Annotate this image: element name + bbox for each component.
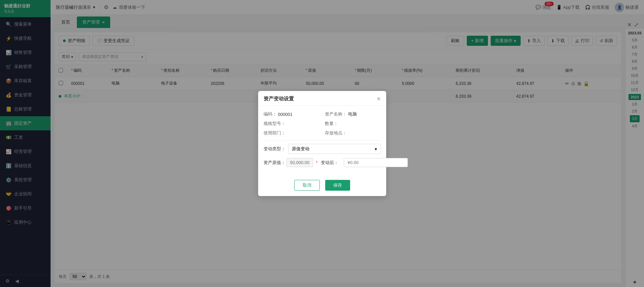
modal-original-value-label: 资产原值： [264,160,284,166]
modal-name-field: 资产名称： 电脑 [325,111,381,117]
modal-code-field: 编码： 000001 [264,111,319,117]
modal-location-label: 存放地点： [325,130,347,136]
modal-spec-field: 规格型号： [264,121,319,127]
cancel-button[interactable]: 取消 [294,180,320,191]
modal-original-value-display: 50,000.00 [286,158,313,167]
modal-title: 资产变动设置 [264,96,294,102]
modal-department-field: 使用部门： [264,130,319,136]
modal-select-dropdown-icon: ▾ [375,147,377,152]
modal-close-btn[interactable]: ✕ [376,96,381,102]
modal-change-type-value: 原值变动 [292,146,373,152]
modal-original-value-field: 资产原值： 50,000.00 * 变动后： [264,158,381,167]
modal-quantity-label: 数量： [325,121,338,127]
modal-divider [264,140,381,140]
modal-after-change-input[interactable] [344,158,408,167]
modal-quantity-field: 数量： [325,121,381,127]
modal-overlay: 资产变动设置 ✕ 编码： 000001 资产名称： 电脑 规格型号： 数量： [0,0,644,287]
modal-required-star: * [316,160,317,165]
modal-name-value: 电脑 [348,111,357,117]
modal-after-change-label: 变动后： [321,160,341,166]
modal-code-value: 000001 [278,112,293,117]
modal-change-type-select[interactable]: 原值变动 ▾ [288,144,381,154]
save-button[interactable]: 保存 [325,180,350,191]
modal-spec-label: 规格型号： [264,121,285,127]
modal-location-field: 存放地点： [325,130,381,136]
modal-footer: 取消 保存 [258,177,386,196]
modal-change-type-field: 变动类型： 原值变动 ▾ [264,144,381,154]
modal-body: 编码： 000001 资产名称： 电脑 规格型号： 数量： 使用部门： [258,106,386,177]
modal-department-label: 使用部门： [264,130,285,136]
asset-change-modal: 资产变动设置 ✕ 编码： 000001 资产名称： 电脑 规格型号： 数量： [258,91,386,196]
modal-header: 资产变动设置 ✕ [258,91,386,106]
modal-name-label: 资产名称： [325,111,347,117]
modal-info-grid: 编码： 000001 资产名称： 电脑 规格型号： 数量： 使用部门： [264,111,381,136]
modal-change-type-label: 变动类型： [264,146,285,152]
modal-code-label: 编码： [264,111,277,117]
